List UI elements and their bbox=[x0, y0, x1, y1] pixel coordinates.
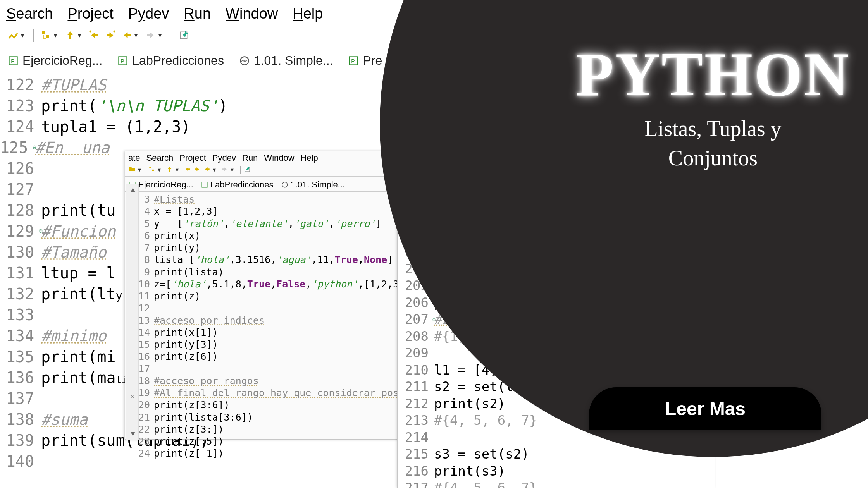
tab-label: 1.01. Simple... bbox=[254, 53, 333, 68]
svg-point-18 bbox=[282, 182, 288, 187]
code-line[interactable]: z=['hola',5.1,8,True,False,'python',[1,2… bbox=[154, 278, 410, 290]
code-line[interactable]: print(z) bbox=[154, 290, 410, 302]
tab-labpred[interactable]: LabPredicciones bbox=[200, 178, 280, 191]
svg-rect-1 bbox=[46, 35, 49, 38]
menu-help[interactable]: Help bbox=[301, 153, 318, 163]
tab-label: LabPredicciones bbox=[210, 180, 274, 190]
scroll-up-icon[interactable]: ▲ bbox=[129, 186, 136, 194]
code-line[interactable]: print(x[1]) bbox=[154, 326, 410, 339]
menu-window[interactable]: Window bbox=[264, 153, 294, 163]
code-line[interactable]: y = ['ratón','elefante','gato','perro'] bbox=[154, 218, 410, 230]
dropdown-icon[interactable]: ▾ bbox=[54, 32, 61, 39]
svg-point-2 bbox=[90, 31, 91, 33]
svg-rect-17 bbox=[202, 182, 207, 187]
tb-up-icon[interactable] bbox=[166, 165, 174, 174]
menu-project[interactable]: Project bbox=[179, 153, 206, 163]
inner1-tabs: EjercicioReg... LabPredicciones 1.01. Si… bbox=[125, 177, 403, 192]
code-line[interactable]: print(z[-1]) bbox=[154, 447, 410, 459]
code-line[interactable]: print(z[3:6]) bbox=[154, 399, 410, 411]
code-line[interactable]: print(lista[3:6]) bbox=[154, 411, 410, 423]
tb-back-icon[interactable] bbox=[120, 28, 134, 42]
code-line[interactable]: x = [1,2,3] bbox=[154, 205, 410, 217]
menu-pydev[interactable]: Pydev bbox=[212, 153, 236, 163]
code-line[interactable]: #Al final del rango hay que considerar p… bbox=[154, 387, 410, 399]
cta-label: Leer Mas bbox=[665, 398, 746, 419]
code-line[interactable]: 217#{4, 5, 6, 7} bbox=[398, 479, 715, 488]
code-line[interactable]: #acceso por indices bbox=[154, 314, 410, 326]
tb-open-icon[interactable] bbox=[128, 165, 137, 174]
tab-label: EjercicioReg... bbox=[138, 180, 193, 190]
inner1-menu-bar: ate Search Project Pydev Run Window Help bbox=[125, 151, 403, 165]
editor-window-listas: ate Search Project Pydev Run Window Help… bbox=[125, 151, 404, 440]
tb-fwd-star-icon[interactable] bbox=[103, 28, 117, 42]
menu-window[interactable]: Window bbox=[226, 5, 278, 22]
tab-label: Pre bbox=[363, 53, 382, 68]
code-line[interactable]: print(z[:5]) bbox=[154, 435, 410, 447]
tb-back-star-icon[interactable] bbox=[184, 165, 192, 174]
tab-ejercicio[interactable]: P EjercicioReg... bbox=[5, 50, 114, 71]
code-line[interactable]: lista=['hola',3.1516,'agua',11,True,None… bbox=[154, 254, 410, 266]
tab-label: LabPredicciones bbox=[132, 53, 224, 68]
menu-navigate[interactable]: ate bbox=[128, 153, 140, 163]
menu-run[interactable]: Run bbox=[184, 5, 211, 22]
svg-text:P: P bbox=[121, 58, 124, 64]
svg-text:P: P bbox=[351, 58, 355, 64]
code-line[interactable]: print(lista) bbox=[154, 266, 410, 278]
badge-title: PYTHON bbox=[539, 39, 868, 110]
dropdown-icon[interactable]: ▾ bbox=[78, 32, 85, 39]
code-line[interactable]: print(y) bbox=[154, 242, 410, 254]
ruler-bar: ▲ × ▼ bbox=[126, 184, 139, 440]
menu-help[interactable]: Help bbox=[293, 5, 323, 22]
tb-back-star-icon[interactable] bbox=[87, 28, 101, 42]
tb-pin-icon[interactable] bbox=[243, 165, 252, 174]
dropdown-icon[interactable]: ▾ bbox=[21, 32, 28, 39]
dropdown-icon[interactable]: ▾ bbox=[158, 166, 165, 174]
tb-pin-icon[interactable] bbox=[177, 28, 191, 42]
dropdown-icon[interactable]: ▾ bbox=[158, 32, 165, 39]
menu-search[interactable]: Search bbox=[6, 5, 53, 22]
code-line[interactable] bbox=[154, 302, 410, 314]
dropdown-icon[interactable]: ▾ bbox=[134, 32, 141, 39]
code-line[interactable]: print(z[6]) bbox=[154, 351, 410, 363]
svg-text:csv: csv bbox=[241, 59, 247, 63]
code-line[interactable]: print(y[3]) bbox=[154, 339, 410, 351]
code-line[interactable]: print(x) bbox=[154, 230, 410, 242]
menu-search[interactable]: Search bbox=[146, 153, 174, 163]
read-more-button[interactable]: Leer Mas bbox=[589, 387, 822, 430]
svg-rect-13 bbox=[149, 167, 151, 168]
menu-run[interactable]: Run bbox=[242, 153, 258, 163]
scroll-down-icon[interactable]: ▼ bbox=[129, 430, 136, 438]
svg-rect-0 bbox=[42, 31, 45, 34]
tab-simple[interactable]: 1.01. Simple... bbox=[280, 178, 351, 191]
tb-fwd-star-icon[interactable] bbox=[193, 165, 202, 174]
dropdown-icon[interactable]: ▾ bbox=[213, 166, 220, 174]
dropdown-icon[interactable]: ▾ bbox=[138, 166, 145, 174]
tab-labpred[interactable]: P LabPredicciones bbox=[114, 50, 236, 71]
code-editor-listas[interactable]: 3456789101112131415161718192021222324 #L… bbox=[125, 192, 403, 460]
code-line[interactable]: print(z[3:]) bbox=[154, 423, 410, 435]
tb-fwd-icon[interactable] bbox=[144, 28, 158, 42]
svg-point-3 bbox=[114, 31, 115, 33]
badge-subtitle: Listas, Tuplas y Conjuntos bbox=[539, 114, 868, 173]
close-icon[interactable]: × bbox=[130, 393, 134, 401]
tb-step-icon[interactable] bbox=[39, 28, 53, 42]
tb-fwd-icon[interactable] bbox=[221, 165, 229, 174]
tb-step-icon[interactable] bbox=[148, 165, 157, 174]
code-line[interactable]: 216print(s3) bbox=[398, 463, 715, 480]
tab-label: EjercicioReg... bbox=[22, 53, 102, 68]
menu-pydev[interactable]: Pydev bbox=[128, 5, 169, 22]
code-line[interactable]: #Listas bbox=[154, 193, 410, 205]
inner1-toolbar: ▾ ▾ ▾ ▾ ▾ bbox=[125, 165, 403, 177]
tab-label: 1.01. Simple... bbox=[291, 180, 345, 190]
tb-up-icon[interactable] bbox=[63, 28, 77, 42]
code-line[interactable] bbox=[154, 363, 410, 375]
tb-back-icon[interactable] bbox=[203, 165, 212, 174]
menu-project[interactable]: Project bbox=[67, 5, 113, 22]
dropdown-icon[interactable]: ▾ bbox=[176, 166, 183, 174]
dropdown-icon[interactable]: ▾ bbox=[231, 166, 238, 174]
tab-simple[interactable]: csv 1.01. Simple... bbox=[236, 50, 345, 71]
tb-highlight-icon[interactable] bbox=[6, 28, 20, 42]
svg-text:P: P bbox=[11, 58, 14, 64]
svg-rect-14 bbox=[152, 170, 154, 171]
code-line[interactable]: #acceso por rangos bbox=[154, 375, 410, 387]
